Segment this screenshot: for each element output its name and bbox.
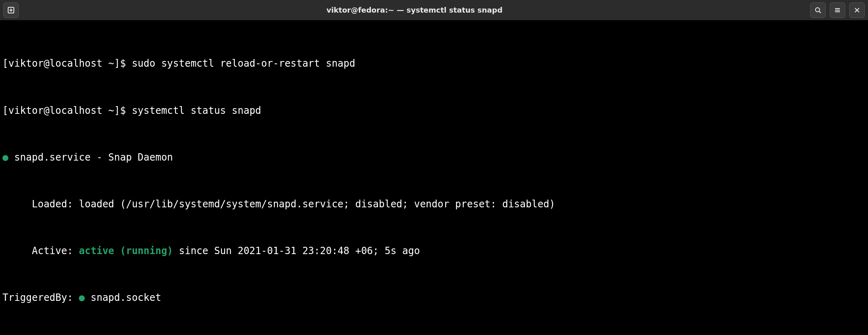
command-text: systemctl status snapd bbox=[132, 105, 261, 116]
search-icon bbox=[814, 7, 822, 14]
status-dot-icon: ● bbox=[79, 292, 85, 303]
menu-button[interactable] bbox=[830, 2, 845, 18]
triggered-line: TriggeredBy: ● snapd.socket bbox=[2, 292, 866, 304]
window-title: viktor@fedora:~ — systemctl status snapd bbox=[19, 6, 810, 14]
new-tab-button[interactable] bbox=[3, 2, 19, 18]
status-dot-icon: ● bbox=[2, 152, 8, 163]
command-line-1: [viktor@localhost ~]$ sudo systemctl rel… bbox=[2, 58, 866, 70]
active-state: active (running) bbox=[79, 245, 173, 257]
new-tab-icon bbox=[7, 7, 15, 14]
command-line-2: [viktor@localhost ~]$ systemctl status s… bbox=[2, 105, 866, 117]
loaded-line: Loaded: loaded (/usr/lib/systemd/system/… bbox=[2, 198, 866, 210]
command-text: sudo systemctl reload-or-restart snapd bbox=[132, 58, 355, 69]
active-label: Active: bbox=[2, 245, 79, 257]
loaded-value: loaded (/usr/lib/systemd/system/snapd.se… bbox=[79, 198, 555, 210]
active-line: Active: active (running) since Sun 2021-… bbox=[2, 245, 866, 257]
close-icon bbox=[854, 7, 860, 13]
window-titlebar: viktor@fedora:~ — systemctl status snapd bbox=[0, 0, 868, 20]
triggered-value: snapd.socket bbox=[91, 292, 161, 303]
shell-prompt: [viktor@localhost ~]$ bbox=[2, 105, 132, 116]
close-button[interactable] bbox=[849, 2, 865, 18]
triggered-label: TriggeredBy: bbox=[2, 292, 79, 303]
svg-line-4 bbox=[819, 11, 821, 13]
search-button[interactable] bbox=[810, 2, 826, 18]
loaded-label: Loaded: bbox=[2, 198, 79, 210]
hamburger-icon bbox=[834, 7, 841, 14]
terminal-viewport[interactable]: [viktor@localhost ~]$ sudo systemctl rel… bbox=[0, 20, 868, 335]
service-name: snapd.service - Snap Daemon bbox=[14, 152, 173, 163]
shell-prompt: [viktor@localhost ~]$ bbox=[2, 58, 132, 69]
active-since: since Sun 2021-01-31 23:20:48 +06; 5s ag… bbox=[173, 245, 420, 257]
svg-point-3 bbox=[816, 8, 820, 12]
service-header: ● snapd.service - Snap Daemon bbox=[2, 152, 866, 163]
